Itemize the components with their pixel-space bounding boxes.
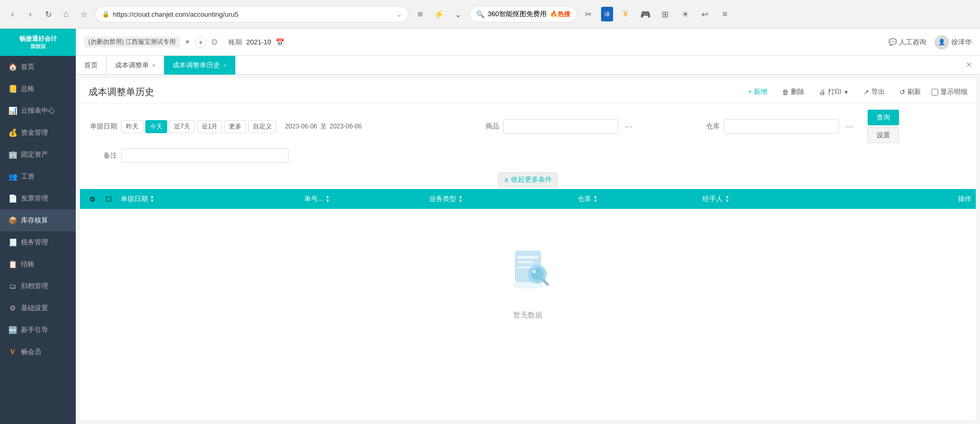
search-text: 360智能抠图免费用 <box>488 9 547 19</box>
home-button[interactable]: ⌂ <box>59 7 73 21</box>
th-warehouse[interactable]: 仓库 ▲▼ <box>573 194 698 204</box>
tab-cost-adjust[interactable]: 成本调整单 × <box>107 56 164 75</box>
refresh-button[interactable]: ↺ 刷新 <box>895 85 925 99</box>
page-header: 成本调整单历史 + 新增 🗑 删除 🖨 打印 ▼ ↗ 导出 <box>80 79 976 103</box>
date-to: 2023-06-06 <box>330 123 362 130</box>
sidebar-item-inventory[interactable]: 📦 库存核算 <box>0 209 76 231</box>
sidebar-item-home[interactable]: 🏠 首页 <box>0 56 76 78</box>
sidebar-item-reports[interactable]: 📊 云报表中心 <box>0 100 76 122</box>
collapse-button[interactable]: ∧ 收起更多条件 <box>498 172 558 187</box>
refresh-button[interactable]: ↻ <box>41 7 55 21</box>
sidebar-item-archive[interactable]: 🗂 归档管理 <box>0 275 76 297</box>
sidebar-item-invoice[interactable]: 📄 发票管理 <box>0 187 76 209</box>
sidebar-tax-label: 税务管理 <box>21 238 48 247</box>
game-button[interactable]: 🎮 <box>638 7 653 21</box>
scissors-button[interactable]: ✂ <box>581 7 596 21</box>
svg-rect-2 <box>517 256 538 258</box>
url-text: https://cloud.chanjet.com/accounting/uru… <box>113 10 238 18</box>
newguide-icon: 🆕 <box>8 326 17 334</box>
date-1month-btn[interactable]: 近1月 <box>197 120 223 133</box>
th-settings[interactable]: ⚙ <box>84 195 101 203</box>
page-content-area: 成本调整单历史 + 新增 🗑 删除 🖨 打印 ▼ ↗ 导出 <box>80 79 976 420</box>
consult-icon: 💬 <box>889 38 897 46</box>
address-bar[interactable]: 🔒 https://cloud.chanjet.com/accounting/u… <box>95 6 409 22</box>
sidebar-assets-label: 固定资产 <box>21 150 48 159</box>
period-value: 2021-10 <box>246 38 271 46</box>
user-avatar: 👤 <box>935 35 949 50</box>
show-detail-input[interactable] <box>931 89 938 96</box>
print-button[interactable]: 🖨 打印 ▼ <box>815 85 853 99</box>
star-button[interactable]: ☆ <box>76 7 91 21</box>
coin-button[interactable]: ¥ <box>618 7 633 21</box>
tab-cost-adjust-history[interactable]: 成本调整单历史 × <box>164 56 235 75</box>
undo-button[interactable]: ↩ <box>698 7 712 21</box>
consult-label: 人工咨询 <box>899 38 926 47</box>
sidebar-item-finance[interactable]: 💰 资金管理 <box>0 122 76 144</box>
data-table: ⚙ ☐ 单据日期 ▲▼ 单号... ▲▼ <box>80 189 976 420</box>
sidebar-item-settings[interactable]: ⚙ 基础设置 <box>0 297 76 319</box>
add-button[interactable]: + <box>195 37 206 48</box>
date-today-btn[interactable]: 今天 <box>145 120 167 133</box>
date-yesterday-btn[interactable]: 昨天 <box>121 120 143 133</box>
tax-icon: 🧾 <box>8 238 17 246</box>
sidebar-logo: 畅捷通好会计 旗舰版 <box>0 29 76 56</box>
lightning-button[interactable]: ⚡ <box>432 7 446 21</box>
date-more-btn[interactable]: 更多 <box>224 120 246 133</box>
th-date-label: 单据日期 <box>121 194 148 204</box>
query-button[interactable]: 查询 <box>868 110 899 125</box>
dropdown-button[interactable]: ⌄ <box>451 7 465 21</box>
sidebar-item-newguide[interactable]: 🆕 新手引导 <box>0 319 76 341</box>
sort-person-icon: ▲▼ <box>725 195 729 203</box>
tab-history-close[interactable]: × <box>223 62 226 68</box>
date-custom-btn[interactable]: 自定义 <box>248 120 276 133</box>
th-num[interactable]: 单号... ▲▼ <box>300 194 425 204</box>
th-date[interactable]: 单据日期 ▲▼ <box>117 194 300 204</box>
sidebar-member-label: 畅会员 <box>21 347 41 357</box>
filter-setting-button[interactable]: 设置 <box>868 127 899 143</box>
ledger-icon: 📒 <box>8 85 17 93</box>
search-icon: 🔍 <box>476 10 485 18</box>
print-icon: 🖨 <box>819 88 826 96</box>
sidebar-item-tax[interactable]: 🧾 税务管理 <box>0 231 76 253</box>
remark-filter-input[interactable] <box>121 148 289 163</box>
top-bar-left: (勿删勿禁用) 江西服宝测试专用 ▼ + ⚙ 账期 2021-10 📅 <box>84 37 284 48</box>
calendar-icon[interactable]: 📅 <box>275 38 284 46</box>
forward-button[interactable]: › <box>23 7 38 21</box>
svg-rect-3 <box>517 261 533 263</box>
th-checkbox[interactable]: ☐ <box>101 195 117 203</box>
tab-cost-adjust-close[interactable]: × <box>152 62 155 68</box>
new-button[interactable]: + 新增 <box>744 85 771 99</box>
tab-home[interactable]: 首页 <box>76 56 107 75</box>
search-bar[interactable]: 🔍 360智能抠图免费用 🔥热搜 <box>469 6 577 22</box>
user-profile[interactable]: 👤 徐泽华 <box>935 35 972 50</box>
delete-button[interactable]: 🗑 删除 <box>778 85 809 99</box>
tab-home-label: 首页 <box>84 61 98 70</box>
show-detail-checkbox[interactable]: 显示明细 <box>931 87 967 97</box>
sidebar-item-member[interactable]: V 畅会员 <box>0 341 76 363</box>
warehouse-filter-input[interactable] <box>724 119 839 134</box>
th-person[interactable]: 经手人 ▲▼ <box>698 194 823 204</box>
sidebar-item-ledger[interactable]: 📒 总账 <box>0 78 76 100</box>
sidebar-item-salary[interactable]: 👥 工资 <box>0 166 76 187</box>
export-button[interactable]: ↗ 导出 <box>859 85 889 99</box>
sidebar-item-closing[interactable]: 📋 结账 <box>0 253 76 275</box>
translate-button[interactable]: 译 <box>601 7 613 21</box>
brightness-button[interactable]: ☀ <box>678 7 693 21</box>
back-button[interactable]: ‹ <box>5 7 20 21</box>
date-7days-btn[interactable]: 近7天 <box>169 120 195 133</box>
menu-button[interactable]: ≡ <box>718 7 732 21</box>
th-type[interactable]: 业务类型 ▲▼ <box>425 194 573 204</box>
settings-circle-button[interactable]: ⚙ <box>211 37 218 47</box>
product-filter-input[interactable] <box>503 119 618 134</box>
consult-button[interactable]: 💬 人工咨询 <box>889 38 926 47</box>
product-more-dots[interactable]: ··· <box>622 121 635 132</box>
remark-filter-label: 备注 <box>88 151 117 160</box>
extensions-button[interactable]: ⊞ <box>413 7 428 21</box>
dropdown-arrow[interactable]: ▼ <box>184 38 191 46</box>
select-all-checkbox[interactable]: ☐ <box>106 195 112 203</box>
warehouse-more-dots[interactable]: ··· <box>843 121 855 132</box>
close-window-button[interactable]: × <box>958 60 980 70</box>
grid-button[interactable]: ⊞ <box>658 7 673 21</box>
date-range-display: 2023-06-06 至 2023-06-06 <box>285 122 362 131</box>
sidebar-item-fixed-assets[interactable]: 🏢 固定资产 <box>0 144 76 166</box>
